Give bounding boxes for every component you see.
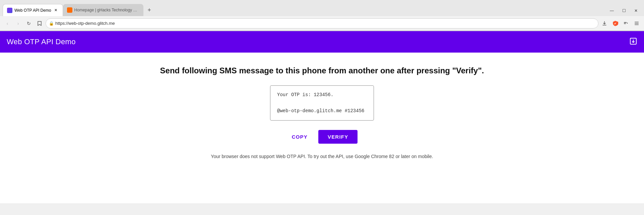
menu-button[interactable]: [632, 19, 641, 28]
media-button[interactable]: [621, 19, 631, 28]
address-bar-row: ‹ › ↻ 🔒: [0, 16, 644, 31]
bookmark-icon: [37, 21, 42, 26]
new-tab-button[interactable]: +: [145, 5, 154, 15]
tab-otp-close[interactable]: ✕: [53, 8, 59, 13]
browser-chrome: Web OTP API Demo ✕ Homepage | gHacks Tec…: [0, 0, 644, 31]
tab-otp-label: Web OTP API Demo: [14, 8, 51, 13]
tab-otp[interactable]: Web OTP API Demo ✕: [3, 4, 63, 16]
forward-button[interactable]: ›: [13, 19, 23, 28]
close-button[interactable]: ✕: [631, 7, 641, 15]
svg-rect-3: [635, 23, 639, 24]
app-title: Web OTP API Demo: [7, 38, 76, 46]
address-input[interactable]: [46, 18, 598, 28]
window-controls: — ☐ ✕: [606, 7, 641, 15]
svg-rect-1: [624, 23, 626, 24]
install-app-icon: [629, 37, 637, 45]
page-heading: Send following SMS message to this phone…: [160, 66, 484, 75]
svg-rect-4: [635, 24, 639, 25]
bookmark-button[interactable]: [35, 19, 44, 28]
verify-button[interactable]: VERIFY: [318, 130, 358, 144]
tab-bar: Web OTP API Demo ✕ Homepage | gHacks Tec…: [0, 0, 644, 16]
svg-rect-2: [635, 22, 639, 22]
svg-rect-0: [624, 22, 627, 23]
tab-otp-favicon: [7, 8, 12, 13]
minimize-button[interactable]: —: [606, 7, 617, 15]
tab-ghacks-label: Homepage | gHacks Technology News: [74, 8, 139, 12]
brave-shield-icon: [612, 20, 618, 26]
tab-ghacks-favicon: [67, 7, 72, 13]
support-notice: Your browser does not support Web OTP AP…: [211, 153, 433, 160]
app-header: Web OTP API Demo: [0, 31, 644, 53]
reload-button[interactable]: ↻: [24, 19, 34, 28]
toolbar-right: [600, 19, 641, 28]
page-content: Send following SMS message to this phone…: [0, 53, 644, 203]
menu-icon: [634, 21, 639, 26]
sms-line2: @web-otp-demo.glitch.me #123456: [277, 107, 367, 115]
download-icon: [602, 21, 607, 26]
maximize-button[interactable]: ☐: [619, 7, 629, 15]
brave-shield-button[interactable]: [610, 19, 620, 28]
tab-ghacks[interactable]: Homepage | gHacks Technology News: [63, 4, 143, 16]
back-button[interactable]: ‹: [3, 19, 12, 28]
media-icon: [623, 21, 629, 26]
install-icon[interactable]: [629, 37, 637, 47]
action-buttons: COPY VERIFY: [286, 130, 358, 144]
copy-button[interactable]: COPY: [286, 131, 313, 143]
sms-message-box: Your OTP is: 123456. @web-otp-demo.glitc…: [270, 85, 374, 121]
sms-line1: Your OTP is: 123456.: [277, 91, 367, 99]
address-wrapper: 🔒: [46, 18, 598, 28]
download-button[interactable]: [600, 19, 609, 28]
